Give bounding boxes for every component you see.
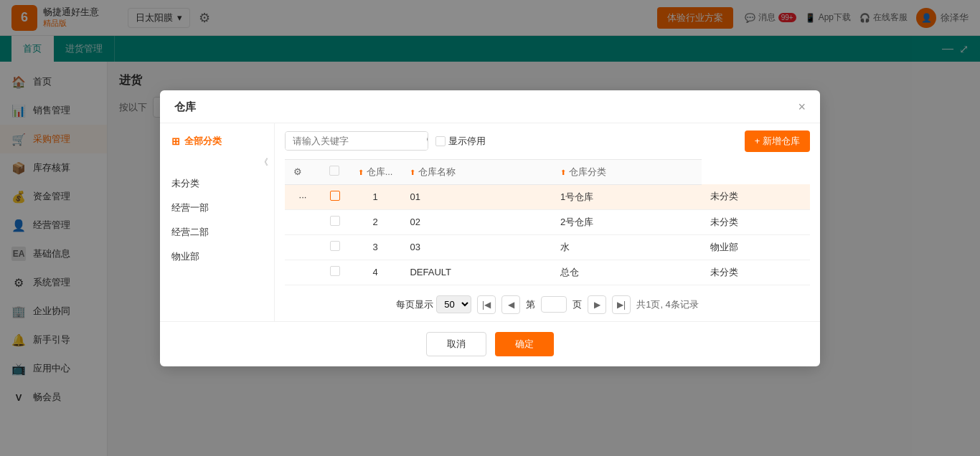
page-size-select: 每页显示 50	[396, 295, 471, 313]
th-gear: ⚙	[285, 159, 321, 184]
page-label-pre: 第	[526, 298, 535, 311]
table-row[interactable]: 4 DEFAULT 总仓 未分类	[285, 260, 810, 285]
row-category: 未分类	[702, 184, 810, 209]
th-category: ⬆ 仓库分类	[552, 159, 702, 184]
dialog-title: 仓库	[174, 100, 196, 114]
row-code: 03	[401, 234, 551, 260]
add-warehouse-button[interactable]: + 新增仓库	[745, 130, 810, 152]
row-checkbox-cell	[321, 209, 349, 234]
row-checkbox[interactable]	[330, 241, 340, 251]
row-name: 1号仓库	[552, 184, 702, 209]
show-disabled-checkbox[interactable]	[435, 136, 446, 146]
category-operations1-label: 经营一部	[171, 201, 209, 214]
search-button[interactable]: 🔍	[420, 132, 428, 150]
sort-icon-name: ⬆	[410, 168, 415, 176]
row-checkbox-cell	[321, 260, 349, 285]
row-checkbox-cell	[321, 234, 349, 260]
row-checkbox[interactable]	[330, 191, 340, 201]
table-toolbar: 🔍 显示停用 + 新增仓库	[285, 130, 810, 152]
table-container: ⚙ ⬆ 仓库... ⬆	[285, 159, 810, 285]
dialog-header: 仓库 ×	[160, 90, 820, 123]
row-name: 水	[552, 234, 702, 260]
row-code: 02	[401, 209, 551, 234]
category-operations1[interactable]: 经营一部	[160, 196, 274, 220]
row-name: 2号仓库	[552, 209, 702, 234]
per-page-label: 每页显示	[396, 298, 433, 311]
category-all-label: 全部分类	[184, 135, 222, 148]
close-icon[interactable]: ×	[798, 100, 806, 113]
row-actions[interactable]	[285, 260, 321, 285]
collapse-icon[interactable]: 《	[260, 157, 268, 167]
select-all-checkbox[interactable]	[329, 166, 339, 176]
row-category: 未分类	[702, 209, 810, 234]
row-num: 4	[349, 260, 401, 285]
row-num: 3	[349, 234, 401, 260]
category-unclassified[interactable]: 未分类	[160, 171, 274, 196]
row-checkbox-cell	[321, 184, 349, 209]
warehouse-dialog: 仓库 × ⊞ 全部分类 《 未分类 经营一部	[160, 90, 820, 366]
page-input[interactable]: 1	[541, 296, 567, 313]
row-actions[interactable]: ···	[285, 184, 321, 209]
row-checkbox[interactable]	[330, 216, 340, 226]
page-last-button[interactable]: ▶|	[612, 295, 631, 314]
warehouse-table: ⚙ ⬆ 仓库... ⬆	[285, 159, 810, 285]
gear-col-icon[interactable]: ⚙	[293, 166, 302, 177]
row-name: 总仓	[552, 260, 702, 285]
row-category: 未分类	[702, 260, 810, 285]
row-code: DEFAULT	[401, 260, 551, 285]
row-actions[interactable]	[285, 209, 321, 234]
pagination: 每页显示 50 |◀ ◀ 第 1 页 ▶ ▶| 共1页, 4条记录	[285, 285, 810, 321]
row-num: 1	[349, 184, 401, 209]
row-category: 物业部	[702, 234, 810, 260]
table-panel: 🔍 显示停用 + 新增仓库 ⚙	[275, 123, 820, 321]
per-page-select[interactable]: 50	[436, 295, 471, 313]
confirm-button[interactable]: 确定	[495, 332, 554, 356]
category-all[interactable]: ⊞ 全部分类	[160, 129, 274, 153]
page-prev-button[interactable]: ◀	[501, 295, 520, 314]
row-checkbox[interactable]	[330, 266, 340, 276]
grid-icon: ⊞	[171, 136, 180, 147]
th-name: ⬆ 仓库名称	[401, 159, 551, 184]
row-num: 2	[349, 209, 401, 234]
search-input-wrap: 🔍	[285, 131, 428, 151]
cancel-button[interactable]: 取消	[426, 332, 486, 356]
category-panel: ⊞ 全部分类 《 未分类 经营一部 经营二部 物业部	[160, 123, 275, 321]
table-row[interactable]: 3 03 水 物业部	[285, 234, 810, 260]
show-disabled-label[interactable]: 显示停用	[435, 135, 486, 148]
page-next-button[interactable]: ▶	[588, 295, 606, 314]
category-operations2-label: 经营二部	[171, 226, 209, 239]
search-input[interactable]	[286, 132, 420, 150]
table-row[interactable]: ··· 1 01 1号仓库 未分类	[285, 184, 810, 209]
sort-icon-cat: ⬆	[560, 168, 566, 176]
sort-icon: ⬆	[358, 168, 364, 176]
page-first-button[interactable]: |◀	[477, 295, 496, 314]
page-label: 页	[573, 298, 582, 311]
table-row[interactable]: 2 02 2号仓库 未分类	[285, 209, 810, 234]
row-code: 01	[401, 184, 551, 209]
dialog-body: ⊞ 全部分类 《 未分类 经营一部 经营二部 物业部	[160, 123, 820, 321]
modal-overlay: 仓库 × ⊞ 全部分类 《 未分类 经营一部	[0, 0, 980, 456]
category-property-label: 物业部	[171, 250, 199, 263]
category-unclassified-label: 未分类	[171, 177, 199, 190]
th-check	[321, 159, 349, 184]
th-code: ⬆ 仓库...	[349, 159, 401, 184]
total-info: 共1页, 4条记录	[636, 298, 699, 311]
dialog-footer: 取消 确定	[160, 321, 820, 366]
category-property[interactable]: 物业部	[160, 244, 274, 269]
category-operations2[interactable]: 经营二部	[160, 220, 274, 244]
row-actions[interactable]	[285, 234, 321, 260]
